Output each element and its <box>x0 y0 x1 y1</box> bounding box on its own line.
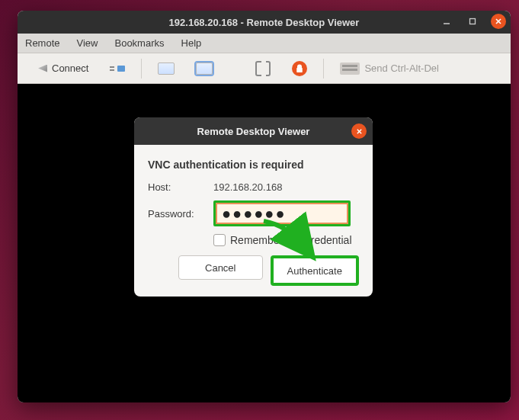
dialog-titlebar: Remote Desktop Viewer <box>134 117 373 145</box>
send-cad-button[interactable]: Send Ctrl-Alt-Del <box>333 59 446 79</box>
maximize-button[interactable] <box>465 14 480 29</box>
menu-view[interactable]: View <box>77 37 98 49</box>
password-highlight <box>213 200 351 226</box>
host-value: 192.168.20.168 <box>213 181 282 193</box>
connect-icon <box>30 63 47 74</box>
disconnect-button[interactable] <box>103 59 132 78</box>
screen-icon <box>158 63 175 75</box>
remember-label: Remember this credential <box>230 234 352 246</box>
svg-rect-1 <box>470 19 476 24</box>
menu-help[interactable]: Help <box>181 37 202 49</box>
view-normal-button[interactable] <box>151 59 181 79</box>
remember-checkbox[interactable] <box>213 234 226 246</box>
dialog-title: Remote Desktop Viewer <box>197 126 310 137</box>
auth-heading: VNC authentication is required <box>148 159 359 171</box>
send-cad-label: Send Ctrl-Alt-Del <box>364 63 439 74</box>
password-label: Password: <box>148 208 213 220</box>
dialog-body: VNC authentication is required Host: 192… <box>134 145 373 297</box>
close-button[interactable] <box>491 14 506 29</box>
password-input[interactable] <box>216 203 348 224</box>
lock-icon <box>292 61 307 76</box>
plug-icon <box>110 63 125 74</box>
fullscreen-icon <box>255 61 271 76</box>
fullscreen-button[interactable] <box>248 57 277 80</box>
menu-bookmarks[interactable]: Bookmarks <box>114 37 164 49</box>
toolbar: Connect Send Ctrl-Alt-Del <box>18 53 511 84</box>
window-title: 192.168.20.168 - Remote Desktop Viewer <box>169 17 360 28</box>
toolbar-separator <box>141 59 142 79</box>
window-controls <box>439 14 506 29</box>
menubar: Remote View Bookmarks Help <box>18 34 511 53</box>
minimize-button[interactable] <box>439 14 454 29</box>
connect-button[interactable]: Connect <box>24 59 95 78</box>
titlebar: 192.168.20.168 - Remote Desktop Viewer <box>18 11 511 34</box>
host-label: Host: <box>148 181 213 193</box>
screen-scaled-icon <box>196 63 213 75</box>
dialog-actions: Cancel Authenticate <box>148 255 359 286</box>
view-scaled-button[interactable] <box>189 59 219 79</box>
connect-label: Connect <box>52 63 88 74</box>
readonly-button[interactable] <box>285 57 314 80</box>
cancel-button[interactable]: Cancel <box>178 255 263 280</box>
toolbar-separator <box>323 59 324 79</box>
keyboard-icon <box>340 63 360 75</box>
auth-dialog: Remote Desktop Viewer VNC authentication… <box>134 117 373 297</box>
svg-rect-4 <box>297 68 303 72</box>
menu-remote[interactable]: Remote <box>25 37 60 49</box>
authenticate-button[interactable]: Authenticate <box>274 258 357 283</box>
authenticate-highlight: Authenticate <box>271 255 360 286</box>
dialog-close-button[interactable] <box>351 123 367 139</box>
